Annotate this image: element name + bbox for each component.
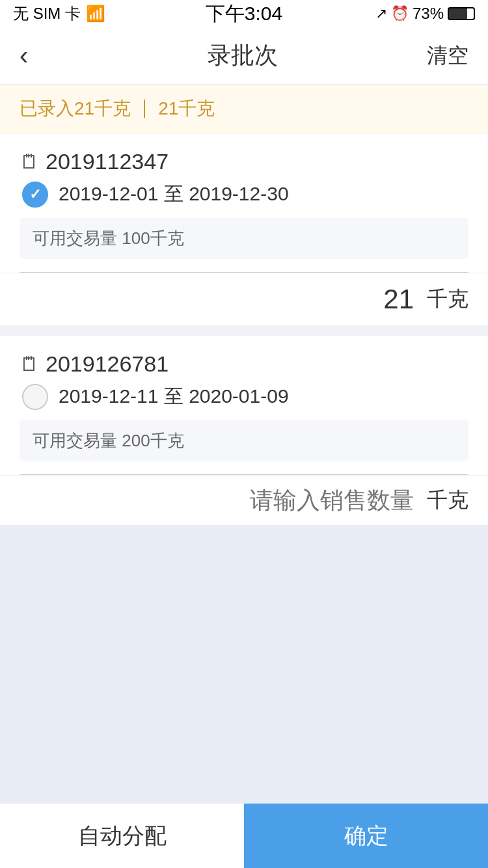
amount-value-1: 21 [383,284,414,315]
page-title: 录批次 [208,40,278,72]
batch-date-1: 2019-12-01 至 2019-12-30 [59,181,289,208]
batch-card-1: 🗒 2019112347 2019-12-01 至 2019-12-30 可用交… [0,133,488,325]
confirm-button[interactable]: 确定 [244,804,488,868]
batch-header-2: 🗒 2019126781 [20,351,468,377]
batch-doc-icon-2: 🗒 [20,353,39,375]
batch-avail-box-2: 可用交易量 200千克 [20,420,468,461]
no-sim-text: 无 SIM 卡 [13,3,81,24]
batch-id-2: 2019126781 [46,351,169,377]
empty-area [0,525,488,824]
batch-header-1: 🗒 2019112347 [20,149,468,174]
amount-unit-1: 千克 [427,285,468,314]
recorded-label: 已录入21千克 [20,96,131,121]
status-bar: 无 SIM 卡 📶 下午3:04 ↗ ⏰ 73% [0,0,488,27]
status-left: 无 SIM 卡 📶 [13,3,105,24]
status-right: ↗ ⏰ 73% [375,5,475,23]
amount-row-2: 千克 [0,475,488,525]
alarm-icon: ⏰ [391,5,409,22]
clear-button[interactable]: 清空 [427,42,468,70]
info-banner: 已录入21千克 21千克 [0,85,488,133]
battery-percent: 73% [413,5,444,23]
batch-date-row-2: 2019-12-11 至 2020-01-09 [20,383,468,410]
info-amount: 21千克 [158,96,215,121]
auto-distribute-button[interactable]: 自动分配 [0,804,244,868]
batch-item-1: 🗒 2019112347 2019-12-01 至 2019-12-30 可用交… [0,133,488,259]
batch-avail-text-1: 可用交易量 100千克 [33,228,184,248]
location-icon: ↗ [375,5,387,22]
wifi-icon: 📶 [86,5,105,23]
batch-date-row-1: 2019-12-01 至 2019-12-30 [20,181,468,208]
status-time: 下午3:04 [206,1,282,27]
bottom-bar: 自动分配 确定 [0,803,488,868]
radio-checked-1[interactable] [22,182,48,208]
radio-unchecked-2[interactable] [22,384,48,410]
section-gap [0,325,488,336]
batch-card-2: 🗒 2019126781 2019-12-11 至 2020-01-09 可用交… [0,336,488,525]
batch-date-2: 2019-12-11 至 2020-01-09 [59,383,289,410]
quantity-input-2[interactable] [219,487,414,514]
battery-icon [448,7,475,20]
info-divider [144,100,145,118]
batch-avail-text-2: 可用交易量 200千克 [33,431,184,450]
batch-doc-icon-1: 🗒 [20,151,39,173]
batch-id-1: 2019112347 [46,149,169,174]
nav-bar: ‹ 录批次 清空 [0,27,488,85]
back-button[interactable]: ‹ [20,41,59,70]
amount-unit-2: 千克 [427,486,468,515]
batch-avail-box-1: 可用交易量 100千克 [20,218,468,259]
amount-row-1: 21 千克 [0,273,488,325]
batch-item-2: 🗒 2019126781 2019-12-11 至 2020-01-09 可用交… [0,336,488,461]
